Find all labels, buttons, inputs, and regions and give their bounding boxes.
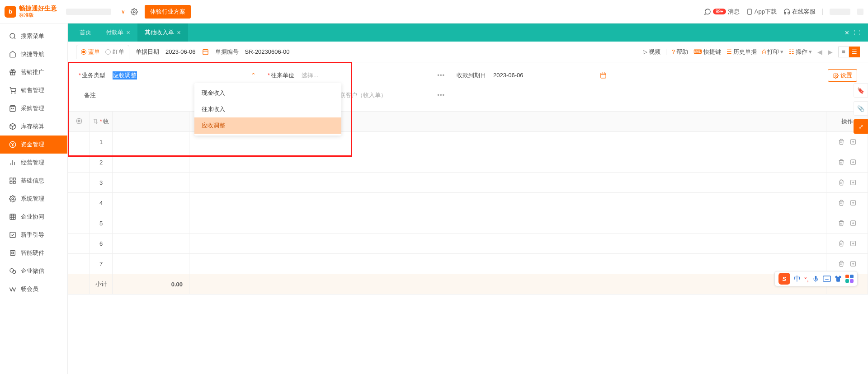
messages-button[interactable]: 99+ 消息 [704,8,740,16]
user-avatar-placeholder[interactable] [830,9,850,15]
video-help-button[interactable]: ▷视频 [643,48,660,56]
doc-date-value[interactable]: 2023-06-06 [165,48,196,55]
view-list-button[interactable]: ≡ [838,47,849,57]
ime-skin-icon[interactable] [835,275,842,282]
vip-icon [9,285,16,293]
chevron-down-icon: ▾ [809,48,812,55]
close-icon[interactable]: ✕ [126,30,130,36]
fullscreen-icon[interactable]: ⛶ [854,29,860,36]
rail-expand-icon[interactable]: ⤢ [854,119,868,134]
delete-row-icon[interactable] [838,220,844,226]
delete-row-icon[interactable] [838,179,844,186]
ime-apps-icon[interactable] [845,275,854,283]
ime-toolbar[interactable]: S 中 °, [774,271,858,286]
add-row-icon[interactable] [850,200,856,206]
calendar-icon[interactable] [600,72,607,79]
sidebar-item-10[interactable]: 企业协同 [0,208,67,226]
radio-blue[interactable]: 蓝单 [81,48,100,56]
sidebar-item-13[interactable]: 企业微信 [0,262,67,280]
add-row-icon[interactable] [850,261,856,267]
view-form-button[interactable]: ☰ [849,47,860,57]
more-icon[interactable]: ••• [437,72,445,79]
calendar-icon[interactable] [202,48,209,55]
tab-other-income[interactable]: 其他收入单 ✕ [137,23,188,42]
add-row-icon[interactable] [850,159,856,165]
history-icon: ☰ [726,48,732,55]
ime-keyboard-icon[interactable] [823,276,831,282]
svg-rect-27 [10,251,15,256]
add-row-icon[interactable] [850,179,856,186]
table-sort-header[interactable]: ⇅ *收 [90,112,113,132]
settings-gear-icon[interactable] [131,8,138,15]
radio-red[interactable]: 红单 [105,48,124,56]
biz-type-select[interactable]: 应收调整 ⌃ [109,69,259,82]
sidebar-item-label: 快捷导航 [21,50,44,58]
prev-arrow-icon[interactable]: ◀ [817,48,822,56]
svg-point-3 [10,33,15,38]
subtotal-value: 0.00 [113,274,189,295]
due-date-input[interactable]: 2023-06-06 [490,69,610,82]
dropdown-option-cash[interactable]: 现金收入 [194,85,341,101]
close-icon[interactable]: ✕ [177,30,181,36]
tab-payment[interactable]: 付款单 ✕ [99,23,137,42]
delete-row-icon[interactable] [838,139,844,145]
sidebar-item-0[interactable]: 搜索菜单 [0,27,67,45]
close-all-tabs-icon[interactable]: ✕ [844,29,849,36]
app-download-button[interactable]: App下载 [746,8,777,16]
delete-row-icon[interactable] [838,240,844,247]
document-toolbar: 蓝单 红单 单据日期 2023-06-06 单据编号 SR-20230606-0… [68,42,868,62]
add-row-icon[interactable] [850,240,856,247]
sidebar-item-14[interactable]: 畅会员 [0,280,67,298]
tab-home[interactable]: 首页 [72,23,99,42]
org-selector-placeholder[interactable] [66,9,111,15]
view-toggle: ≡ ☰ [838,47,860,57]
delete-row-icon[interactable] [838,200,844,206]
sidebar-item-5[interactable]: 库存核算 [0,117,67,136]
setting-button[interactable]: 设置 [828,69,857,82]
detail-table-area: ⇅ *收 操作 1234567小计0.00 [68,111,868,374]
sidebar-item-8[interactable]: 基础信息 [0,172,67,190]
print-button[interactable]: ⎙打印▾ [762,48,783,56]
delete-row-icon[interactable] [838,159,844,165]
gift-icon [9,69,16,76]
sidebar-item-label: 系统管理 [21,195,44,203]
svg-rect-31 [203,50,208,55]
right-rail: 🔖 📎 ⤢ [854,83,868,134]
sidebar-item-9[interactable]: 系统管理 [0,190,67,208]
sidebar-item-12[interactable]: 智能硬件 [0,244,67,262]
svg-rect-28 [12,252,14,254]
dropdown-option-adjust[interactable]: 应收调整 [194,117,341,134]
org-dropdown-caret-icon[interactable]: ∨ [121,9,125,15]
help-button[interactable]: ?帮助 [672,48,688,56]
ime-mic-icon[interactable] [812,276,819,282]
history-button[interactable]: ☰历史单据 [726,48,757,56]
svg-point-39 [835,75,836,76]
sidebar-item-2[interactable]: 营销推广 [0,63,67,81]
ime-punct-icon[interactable]: °, [804,275,809,283]
toolbar-right: ▷视频 ?帮助 ⌨快捷键 ☰历史单据 ⎙打印▾ ☷操作▾ ◀ ▶ ≡ ☰ [643,47,860,57]
delete-row-icon[interactable] [838,261,844,267]
more-icon[interactable]: ••• [437,92,445,98]
trial-industry-button[interactable]: 体验行业方案 [145,5,191,19]
online-service-button[interactable]: 在线客服 [783,8,816,16]
rail-tag-icon[interactable]: 🔖 [854,83,868,98]
add-row-icon[interactable] [850,220,856,226]
add-row-icon[interactable] [850,139,856,145]
sidebar-item-4[interactable]: 采购管理 [0,99,67,117]
next-arrow-icon[interactable]: ▶ [828,48,833,56]
sidebar-item-6[interactable]: 资金管理 [0,136,67,154]
guide-icon [9,231,16,238]
user-menu-caret[interactable] [857,9,863,15]
device-icon [9,249,16,257]
ime-lang-button[interactable]: 中 [794,275,801,283]
dropdown-option-comings[interactable]: 往来收入 [194,101,341,117]
rail-attachment-icon[interactable]: 📎 [854,101,868,116]
sidebar-item-3[interactable]: 销售管理 [0,81,67,99]
table-settings-header[interactable] [68,112,90,132]
partner-select[interactable]: 选择... ••• [298,69,448,82]
operate-button[interactable]: ☷操作▾ [789,48,812,56]
sidebar-item-7[interactable]: 经营管理 [0,154,67,172]
sidebar-item-11[interactable]: 新手引导 [0,226,67,244]
sidebar-item-1[interactable]: 快捷导航 [0,45,67,63]
shortcut-button[interactable]: ⌨快捷键 [693,48,721,56]
